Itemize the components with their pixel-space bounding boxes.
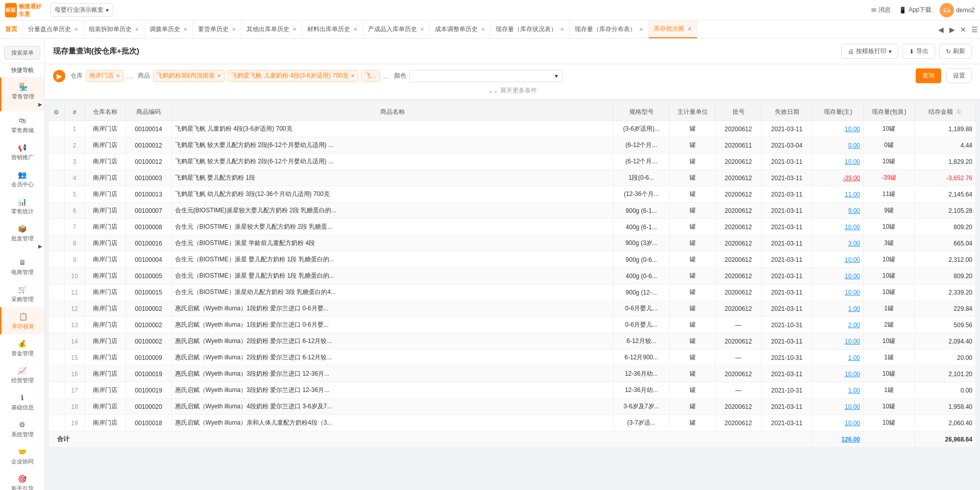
td-stock-main[interactable]: 10.00: [813, 252, 864, 268]
tab-qitachuku[interactable]: 其他出库单历史 ✕: [241, 20, 302, 38]
sidebar-item-base[interactable]: ℹ 基础信息: [0, 388, 44, 415]
td-stock-main[interactable]: 9.00: [813, 203, 864, 219]
tab-xianzailiangkuzhuang[interactable]: 现存量（库存状况表） ✕: [491, 20, 570, 38]
nav-close-arrow[interactable]: ✕: [958, 24, 969, 35]
td-stock-main[interactable]: 3.00: [813, 235, 864, 252]
td-stock-main[interactable]: 1.00: [813, 350, 864, 366]
td-stock-main[interactable]: 10.00: [813, 333, 864, 350]
close-icon[interactable]: ✕: [135, 27, 139, 32]
footer-balance: 26,968.64: [915, 431, 976, 448]
td-stock-main[interactable]: 0.00: [813, 137, 864, 154]
tab-yaohuo[interactable]: 要货单历史 ✕: [193, 20, 241, 38]
product-tag-3[interactable]: 飞...: [361, 70, 380, 82]
settings-icon[interactable]: ⚙: [54, 109, 59, 116]
remove-warehouse-icon[interactable]: ✕: [116, 73, 120, 79]
td-stock-main[interactable]: -39.00: [813, 170, 864, 186]
search-menu-btn[interactable]: 搜索菜单: [4, 46, 40, 60]
app-download-btn[interactable]: 📱 App下载: [899, 6, 932, 14]
td-stock-main[interactable]: 10.00: [813, 399, 864, 415]
nav-next-arrow[interactable]: ▶: [946, 24, 958, 35]
td-stock-main[interactable]: 10.00: [813, 284, 864, 301]
sidebar-item-retail-stats[interactable]: 📊 零售统计: [0, 192, 44, 219]
tab-xianzailiangfenbu[interactable]: 现存量（库存分布表） ✕: [570, 20, 649, 38]
td-stock-main[interactable]: 10.00: [813, 121, 864, 137]
th-settings[interactable]: ⚙: [49, 104, 64, 121]
table-row: 15 南岸门店 00100009 惠氏启赋（Wyeth illuma）2段奶粉 …: [49, 350, 976, 366]
td-stock-main[interactable]: 10.00: [813, 154, 864, 170]
sidebar-item-purchase[interactable]: 🛒 采购管理: [0, 280, 44, 307]
avatar: Ea: [940, 3, 954, 17]
footer-label: 合计: [49, 431, 813, 448]
product-more[interactable]: ...: [383, 72, 389, 80]
close-icon[interactable]: ✕: [420, 27, 424, 32]
td-warehouse: 南岸门店: [85, 350, 126, 366]
sidebar-item-inventory[interactable]: 📋 库存核算: [0, 307, 44, 334]
td-stock-main[interactable]: 10.00: [813, 415, 864, 431]
td-stock-main[interactable]: 1.00: [813, 382, 864, 399]
sidebar-item-new-guide[interactable]: 🎯 新手引导: [0, 470, 44, 490]
remove-product-2-icon[interactable]: ✕: [351, 73, 355, 79]
td-stock-main[interactable]: 10.00: [813, 366, 864, 382]
warehouse-more[interactable]: ...: [127, 72, 133, 80]
message-btn[interactable]: ✉ 消息: [871, 6, 891, 14]
company-selector[interactable]: 母婴行业演示账套 ▾: [50, 3, 113, 17]
sidebar-item-retail-mgmt[interactable]: 🏪 零售管理 ▶: [0, 78, 44, 111]
td-stock-main[interactable]: 10.00: [813, 219, 864, 235]
product-tag-2[interactable]: 飞鹤星飞帆 儿童奶粉 4段(3-6岁适用) 700克 ✕: [228, 70, 358, 82]
close-icon[interactable]: ✕: [74, 27, 78, 32]
product-tag-1[interactable]: 飞鹤奶粉3段丙混搭装 ✕: [153, 70, 225, 82]
sidebar-item-member[interactable]: 👥 会员中心: [0, 165, 44, 192]
nav-prev-arrow[interactable]: ◀: [935, 24, 946, 35]
close-icon[interactable]: ✕: [183, 27, 187, 32]
tab-chengpinruku[interactable]: 产成品入库单历史 ✕: [363, 20, 430, 38]
tab-zuche[interactable]: 组装拆卸单历史 ✕: [84, 20, 144, 38]
close-icon[interactable]: ✕: [353, 27, 357, 32]
sidebar-item-marketing[interactable]: 📢 营销推广: [0, 138, 44, 165]
remove-product-1-icon[interactable]: ✕: [217, 73, 221, 79]
close-icon[interactable]: ✕: [639, 27, 643, 32]
sidebar-item-system[interactable]: ⚙ 系统管理: [0, 415, 44, 443]
user-avatar[interactable]: Ea demo2: [940, 3, 975, 17]
expand-more-btn[interactable]: ⌄⌄ 展开更多条件: [488, 86, 537, 95]
sidebar-nav-label[interactable]: 快捷导航: [0, 63, 44, 78]
td-stock-main[interactable]: 11.00: [813, 186, 864, 203]
sidebar-item-finance[interactable]: 💰 资金管理: [0, 334, 44, 361]
close-icon[interactable]: ✕: [232, 27, 236, 32]
close-icon[interactable]: ✕: [688, 26, 692, 32]
table-row: 10 南岸门店 00100005 合生元（BIOSTIME）派星 婴儿配方奶粉 …: [49, 268, 976, 284]
td-stock-main[interactable]: 2.00: [813, 317, 864, 333]
nav-menu-arrow[interactable]: ☰: [969, 24, 980, 35]
warehouse-tag[interactable]: 南岸门店 ✕: [86, 70, 124, 82]
info-icon[interactable]: ①: [956, 108, 962, 115]
sidebar-item-retail-shop[interactable]: 🛍 零售商城: [0, 111, 44, 138]
tab-tiaopi[interactable]: 调拨单历史 ✕: [144, 20, 193, 38]
sidebar-item-business[interactable]: 📈 经营管理: [0, 361, 44, 388]
sidebar-item-enterprise[interactable]: 🤝 企业协同: [0, 443, 44, 470]
export-btn[interactable]: ⬇ 导出: [902, 44, 935, 59]
td-stock-main[interactable]: 10.00: [813, 268, 864, 284]
print-btn[interactable]: 🖨 按模板打印 ▾: [841, 44, 898, 59]
refresh-btn[interactable]: ↻ 刷新: [939, 44, 972, 59]
td-expand: [49, 399, 64, 415]
content: 现存量查询(按仓库+批次) 🖨 按模板打印 ▾ ⬇ 导出 ↻ 刷新: [45, 39, 980, 490]
filter-expand-btn[interactable]: ▶: [53, 70, 65, 82]
td-stock-main[interactable]: 1.00: [813, 301, 864, 317]
td-expire: 2021-10-31: [762, 382, 813, 399]
search-btn[interactable]: 查询: [916, 68, 941, 83]
sidebar-item-ecom[interactable]: 🖥 电商管理: [0, 253, 44, 280]
tab-cailiaochuku[interactable]: 材料出库单历史 ✕: [302, 20, 363, 38]
sidebar-item-label: 零售管理: [12, 93, 34, 101]
settings-btn[interactable]: 设置: [946, 68, 972, 83]
color-dropdown[interactable]: ▾: [409, 70, 562, 82]
close-icon[interactable]: ✕: [560, 27, 564, 32]
sidebar-item-wholesale[interactable]: 📦 批发管理 ▶: [0, 219, 44, 253]
close-icon[interactable]: ✕: [481, 27, 485, 32]
table-row: 18 南岸门店 00100020 惠氏启赋（Wyeth illuma）4段奶粉 …: [49, 399, 976, 415]
footer-stock-main[interactable]: 126.00: [813, 431, 864, 448]
tab-home[interactable]: 首页: [0, 20, 23, 38]
close-icon[interactable]: ✕: [292, 27, 297, 32]
tab-chengbentiaozhen[interactable]: 成本调整单历史 ✕: [430, 20, 491, 38]
tab-pizhepici[interactable]: 库存批次账 ✕: [649, 20, 697, 38]
tab-fenpan[interactable]: 分量盘点单历史 ✕: [23, 20, 84, 38]
table-row: 11 南岸门店 00100015 合生元（BIOSTIME）派星幼儿配方奶粉 3…: [49, 284, 976, 301]
